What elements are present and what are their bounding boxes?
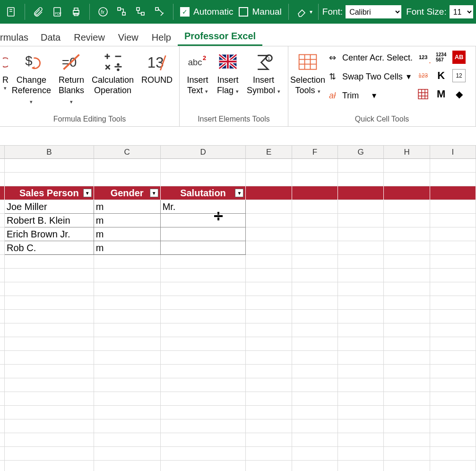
cell[interactable]	[430, 392, 476, 406]
cell[interactable]	[338, 378, 384, 392]
cell[interactable]	[246, 310, 292, 323]
cell[interactable]	[246, 378, 292, 392]
col-head-e[interactable]: E	[246, 146, 292, 159]
cell[interactable]	[384, 310, 430, 323]
filter-drop-icon[interactable]: ▼	[83, 189, 92, 197]
cell[interactable]	[430, 186, 476, 200]
cell[interactable]: Joe Miller	[5, 200, 94, 214]
cell[interactable]: Salutation▼	[161, 186, 246, 200]
cell[interactable]	[5, 433, 94, 447]
cell[interactable]	[161, 241, 246, 255]
cell[interactable]	[292, 173, 338, 186]
m-button[interactable]: M	[434, 87, 448, 101]
return-blanks-button[interactable]: =0 ReturnBlanks ▾	[55, 49, 88, 107]
qat-btn-print[interactable]	[67, 2, 86, 21]
center-across-select-button[interactable]: ⇔ Center Acr. Select.	[326, 49, 413, 66]
cell[interactable]	[384, 392, 430, 406]
cell[interactable]	[246, 241, 292, 255]
cell[interactable]	[338, 159, 384, 173]
cell[interactable]	[292, 214, 338, 227]
cell[interactable]	[94, 447, 161, 461]
cell[interactable]	[430, 365, 476, 378]
cell[interactable]	[0, 365, 5, 378]
cell[interactable]	[292, 378, 338, 392]
cell[interactable]	[94, 461, 161, 471]
cell[interactable]	[5, 159, 94, 173]
cell[interactable]	[430, 351, 476, 365]
cell[interactable]	[430, 378, 476, 392]
cell[interactable]	[292, 186, 338, 200]
cell[interactable]	[338, 200, 384, 214]
cell[interactable]	[94, 419, 161, 433]
cell[interactable]	[94, 173, 161, 186]
cell[interactable]	[0, 461, 5, 471]
col-head-h[interactable]: H	[384, 146, 430, 159]
cell[interactable]	[430, 200, 476, 214]
cell[interactable]	[161, 255, 246, 269]
cell[interactable]	[430, 173, 476, 186]
cell[interactable]	[338, 214, 384, 227]
insert-text-button[interactable]: abc2 InsertText ▾	[182, 49, 213, 96]
cell[interactable]	[161, 365, 246, 378]
cell[interactable]	[94, 159, 161, 173]
cell[interactable]	[430, 447, 476, 461]
cell[interactable]	[430, 310, 476, 323]
cell[interactable]	[0, 269, 5, 282]
cell[interactable]	[0, 310, 5, 323]
cell[interactable]	[292, 200, 338, 214]
cell[interactable]	[0, 447, 5, 461]
cell[interactable]: Mr.	[161, 200, 246, 214]
cell[interactable]	[430, 419, 476, 433]
cell[interactable]	[5, 282, 94, 296]
col-head-a[interactable]	[0, 146, 5, 159]
calc-mode-manual[interactable]: Manual	[239, 7, 281, 17]
col-head-g[interactable]: G	[338, 146, 384, 159]
cell[interactable]	[384, 419, 430, 433]
cell[interactable]	[384, 214, 430, 227]
cell[interactable]	[338, 392, 384, 406]
font-size-select[interactable]: 11	[450, 5, 473, 18]
cell[interactable]	[430, 461, 476, 471]
cell[interactable]	[246, 392, 292, 406]
cell[interactable]	[94, 406, 161, 419]
cell[interactable]	[430, 406, 476, 419]
cell[interactable]	[0, 227, 5, 241]
cell[interactable]	[384, 337, 430, 351]
cell[interactable]	[430, 159, 476, 173]
cell[interactable]	[0, 241, 5, 255]
cell[interactable]	[0, 419, 5, 433]
cell[interactable]	[5, 337, 94, 351]
cell[interactable]	[338, 282, 384, 296]
cell[interactable]	[5, 419, 94, 433]
cell[interactable]	[384, 406, 430, 419]
cell[interactable]	[384, 378, 430, 392]
cell[interactable]	[292, 392, 338, 406]
cell[interactable]	[384, 173, 430, 186]
cell[interactable]	[94, 323, 161, 337]
cell[interactable]	[161, 227, 246, 241]
cell[interactable]	[292, 269, 338, 282]
swap-two-cells-button[interactable]: ⇅ Swap Two Cells ▾	[326, 68, 413, 85]
round-button[interactable]: 13 ROUND	[138, 49, 176, 85]
cell[interactable]: m	[94, 200, 161, 214]
qat-btn-attach[interactable]	[29, 2, 48, 21]
cell[interactable]: Erich Brown Jr.	[5, 227, 94, 241]
cell[interactable]	[246, 173, 292, 186]
cell[interactable]	[430, 433, 476, 447]
grid-button[interactable]	[416, 87, 430, 101]
cell[interactable]	[292, 406, 338, 419]
col-head-d[interactable]: D	[161, 146, 246, 159]
cell[interactable]	[94, 337, 161, 351]
cell[interactable]	[161, 461, 246, 471]
cell[interactable]	[292, 447, 338, 461]
tab-professor-excel[interactable]: Professor Excel	[178, 27, 262, 46]
cell[interactable]	[384, 447, 430, 461]
cell[interactable]	[0, 159, 5, 173]
arrow-button[interactable]: ◆	[452, 87, 466, 101]
col-head-b[interactable]: B	[5, 146, 94, 159]
cell[interactable]	[292, 310, 338, 323]
cell[interactable]	[161, 351, 246, 365]
cell[interactable]	[338, 296, 384, 310]
cell[interactable]	[246, 227, 292, 241]
cell[interactable]	[0, 255, 5, 269]
